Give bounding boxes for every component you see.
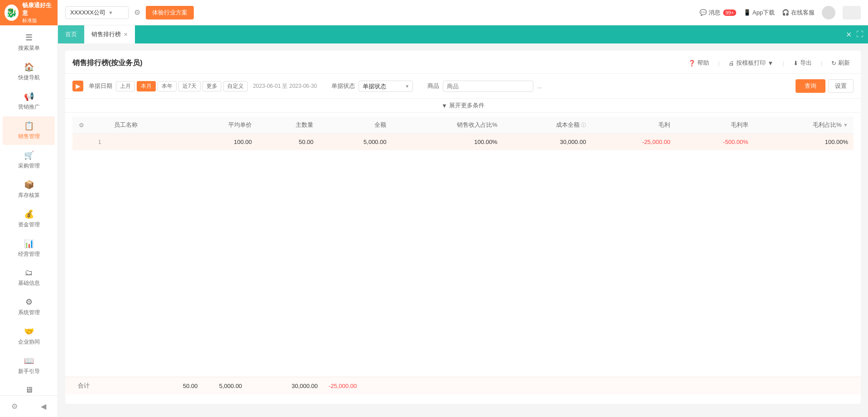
- sidebar-item-finance[interactable]: 💰资金管理: [3, 205, 55, 233]
- table-footer: 合计 50.00 5,000.00 30,000.00 -25,000.00: [65, 377, 861, 394]
- tab-sales-rank[interactable]: 销售排行榜 ✕: [84, 25, 135, 43]
- sidebar-label-marketing: 营销推广: [18, 103, 40, 111]
- settings-button[interactable]: 设置: [828, 79, 854, 93]
- col-gross-profit: 毛利: [591, 116, 676, 134]
- footer-main-qty: 50.00: [177, 383, 214, 389]
- col-cost: 成本全额 ⓘ: [503, 116, 592, 134]
- export-button[interactable]: ⬇ 导出: [790, 57, 815, 69]
- date-btn-this-month[interactable]: 本月: [137, 81, 156, 91]
- sidebar-footer: ⚙ ◀: [0, 395, 58, 417]
- footer-settings-icon[interactable]: ⚙: [8, 400, 21, 412]
- sidebar-item-system-mgmt[interactable]: ⚙系统管理: [3, 292, 55, 321]
- date-buttons: 上月 本月 本年 近7天 更多 自定义: [116, 81, 248, 91]
- footer-total-label: 合计: [78, 382, 105, 390]
- sidebar-item-quick-nav[interactable]: 🏠快捷导航: [3, 58, 55, 86]
- tab-home-label: 首页: [65, 30, 77, 38]
- sidebar-icon-inventory: 📦: [24, 180, 34, 190]
- goods-more-btn[interactable]: ...: [537, 83, 542, 90]
- footer-amount: 5,000.00: [214, 383, 250, 389]
- page-header: 销售排行榜(按业务员) ❓ 帮助 | 🖨 按模板打印 ▼ | ⬇ 导出 |: [65, 51, 861, 74]
- company-name: XXXXXX公司: [70, 9, 106, 17]
- message-badge: 99+: [723, 10, 736, 16]
- cost-info-icon[interactable]: ⓘ: [581, 122, 586, 128]
- topbar-settings-icon[interactable]: ⚙: [134, 8, 140, 17]
- help-icon: ❓: [688, 60, 695, 67]
- message-item[interactable]: 💬 消息 99+: [700, 9, 736, 17]
- trial-button[interactable]: 体验行业方案: [146, 6, 194, 19]
- goods-filter-label: 商品: [427, 82, 439, 90]
- footer-cost: 30,000.00: [286, 383, 323, 389]
- tab-sales-rank-close[interactable]: ✕: [124, 32, 128, 38]
- sidebar-item-marketing[interactable]: 📢营销推广: [3, 87, 55, 115]
- row-name-0: [109, 134, 183, 150]
- query-settings-group: 查询 设置: [796, 79, 854, 93]
- page-container: 销售排行榜(按业务员) ❓ 帮助 | 🖨 按模板打印 ▼ | ⬇ 导出 |: [65, 51, 861, 404]
- row-amount-0: 5,000.00: [319, 134, 392, 150]
- help-button[interactable]: ❓ 帮助: [685, 57, 713, 69]
- sidebar-icon-search-order: ☰: [25, 33, 33, 43]
- tab-close-all[interactable]: ✕: [846, 30, 852, 39]
- tab-expand[interactable]: ⛶: [856, 30, 863, 38]
- date-btn-last-month[interactable]: 上月: [116, 81, 135, 91]
- filter-bar: ▶ 单据日期 上月 本月 本年 近7天 更多 自定义 2023-06-01 至 …: [65, 74, 861, 99]
- row-gross-profit-0: -25,000.00: [591, 134, 676, 150]
- footer-gross-profit: -25,000.00: [323, 383, 362, 389]
- date-filter-label: 单据日期: [89, 82, 112, 90]
- sidebar-label-enterprise-collab: 企业协同: [18, 338, 40, 346]
- online-service-item[interactable]: 🎧 在线客服: [782, 9, 815, 17]
- footer-collapse-icon[interactable]: ◀: [37, 400, 50, 412]
- tabbar: 首页 销售排行榜 ✕ ✕ ⛶: [58, 25, 868, 43]
- sidebar-icon-finance: 💰: [24, 209, 34, 219]
- sidebar-icon-app-center: 🖥: [25, 385, 33, 395]
- sidebar-item-enterprise-collab[interactable]: 🤝企业协同: [3, 322, 55, 350]
- goods-input[interactable]: [443, 81, 533, 92]
- sidebar-icon-quick-nav: 🏠: [24, 62, 34, 72]
- logo-icon: 🐉: [5, 5, 19, 21]
- sidebar-icon-basic-info: 🗂: [25, 268, 33, 278]
- row-settings-0: [72, 134, 91, 150]
- col-amount: 全额: [319, 116, 392, 134]
- sidebar-item-search-order[interactable]: ☰搜索菜单: [3, 28, 55, 57]
- status-select[interactable]: 单据状态: [359, 81, 413, 92]
- date-btn-custom[interactable]: 自定义: [223, 81, 248, 91]
- user-avatar[interactable]: [822, 6, 835, 19]
- date-btn-7days[interactable]: 近7天: [178, 81, 201, 91]
- row-gross-pct-0: 100.00%: [754, 134, 854, 150]
- sidebar-label-inventory: 库存核算: [18, 192, 40, 199]
- sidebar-item-operations[interactable]: 📊经营管理: [3, 234, 55, 263]
- sidebar-item-basic-info[interactable]: 🗂基础信息: [3, 264, 55, 292]
- sidebar-icon-purchase-mgmt: 🛒: [24, 150, 34, 160]
- row-gross-rate-0: -500.00%: [676, 134, 753, 150]
- row-cost-0: 30,000.00: [503, 134, 592, 150]
- company-selector[interactable]: XXXXXX公司 ▼: [65, 6, 129, 19]
- tab-sales-rank-label: 销售排行榜: [91, 30, 121, 38]
- sidebar: 🐉 畅康通好生意 标准版 ☰搜索菜单🏠快捷导航📢营销推广📋销售管理🛒采购管理📦库…: [0, 0, 58, 417]
- sidebar-label-beginner-guide: 新手引导: [18, 368, 40, 375]
- refresh-button[interactable]: ↻ 刷新: [828, 57, 854, 69]
- tab-home[interactable]: 首页: [58, 25, 84, 43]
- query-button[interactable]: 查询: [796, 79, 825, 93]
- sidebar-item-purchase-mgmt[interactable]: 🛒采购管理: [3, 146, 55, 174]
- tab-controls: ✕ ⛶: [846, 30, 868, 39]
- template-print-button[interactable]: 🖨 按模板打印 ▼: [725, 57, 777, 69]
- status-filter-group: 单据状态 单据状态: [331, 81, 413, 92]
- expand-conditions-button[interactable]: ▼ 展开更多条件: [441, 101, 484, 110]
- expand-chevron-icon: ▼: [441, 102, 447, 109]
- sales-rank-table: ⚙ 员工名称 平均单价 主数量 全额 销售收入占比% 成本全额 ⓘ 毛利 毛利率: [72, 116, 854, 150]
- sidebar-nav: ☰搜索菜单🏠快捷导航📢营销推广📋销售管理🛒采购管理📦库存核算💰资金管理📊经营管理…: [0, 25, 58, 395]
- date-btn-this-year[interactable]: 本年: [158, 81, 177, 91]
- sidebar-item-inventory[interactable]: 📦库存核算: [3, 175, 55, 204]
- date-btn-more[interactable]: 更多: [202, 81, 221, 91]
- sidebar-icon-operations: 📊: [24, 239, 34, 249]
- refresh-icon: ↻: [831, 60, 836, 67]
- filter-collapse-button[interactable]: ▶: [72, 81, 83, 91]
- sidebar-item-sales-mgmt[interactable]: 📋销售管理: [3, 116, 55, 145]
- topbar-right: 💬 消息 99+ 📱 App下载 🎧 在线客服: [700, 6, 861, 19]
- sidebar-item-app-center[interactable]: 🖥应用中心: [3, 381, 55, 395]
- col-employee-name: 员工名称: [109, 116, 183, 134]
- sidebar-item-beginner-guide[interactable]: 📖新手引导: [3, 351, 55, 380]
- gross-pct-info-icon[interactable]: ▼: [843, 122, 848, 128]
- row-sales-pct-0: 100.00%: [392, 134, 503, 150]
- col-settings[interactable]: ⚙: [72, 116, 91, 134]
- app-download-item[interactable]: 📱 App下载: [743, 9, 775, 17]
